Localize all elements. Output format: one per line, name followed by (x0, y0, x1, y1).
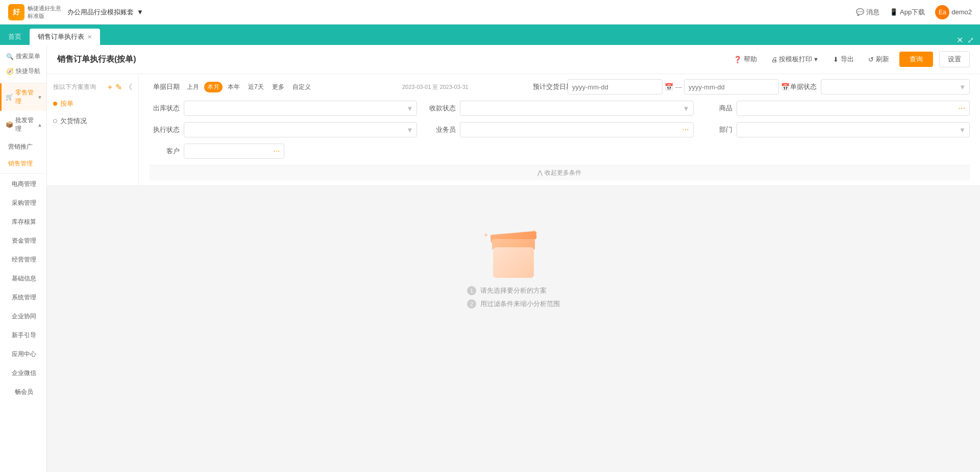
shortcut-custom[interactable]: 自定义 (289, 82, 314, 92)
shortcut-more[interactable]: 更多 (269, 82, 287, 92)
exec-status-select[interactable] (184, 122, 417, 137)
tab-home[interactable]: 首页 (0, 29, 30, 45)
sidebar-item-ecommerce[interactable]: 电商管理 (0, 175, 46, 194)
help-button[interactable]: ❓ 帮助 (729, 53, 761, 66)
filter-panel: 按以下方案查询 + ✎ 《 按单 欠货情况 (47, 74, 980, 186)
sidebar-item-retail[interactable]: 🛒 零售管理 ▼ (0, 83, 46, 111)
message-button[interactable]: 💬 消息 (856, 8, 879, 17)
sidebar-item-finance[interactable]: 资金管理 (0, 231, 46, 250)
print-dropdown-icon[interactable]: ▼ (813, 56, 819, 62)
export-button[interactable]: ⬇ 导出 (829, 53, 858, 66)
filter-fields: 单据日期 上月 本月 本年 近7天 更多 自定义 2023-03-01 至 20… (139, 74, 980, 185)
page-title: 销售订单执行表(按单) (57, 54, 136, 65)
sidebar-item-system[interactable]: 系统管理 (0, 288, 46, 307)
scheme-item-欠货情况[interactable]: 欠货情况 (47, 112, 138, 130)
logo-text: 畅捷通好生意 标准版 (28, 5, 61, 19)
customer-picker-icon[interactable]: ··· (273, 147, 280, 155)
product-picker-icon[interactable]: ··· (959, 104, 965, 112)
sidebar-search-label: 搜索菜单 (16, 52, 40, 61)
step-num-1: 1 (467, 286, 476, 295)
sidebar-subitem-sales[interactable]: 销售管理 (0, 155, 46, 172)
reset-button[interactable]: 设置 (939, 51, 970, 67)
expected-delivery-label: 预计交货日期 (533, 82, 564, 91)
expected-delivery-end[interactable] (684, 79, 779, 95)
scheme-add-icon[interactable]: + (108, 83, 112, 92)
date-shortcuts: 上月 本月 本年 近7天 更多 自定义 (184, 82, 314, 92)
filter-row-3: 执行状态 ▼ 业务员 ··· (149, 122, 970, 137)
print-button[interactable]: 🖨 按模板打印 ▼ (767, 53, 823, 66)
delivery-status-select[interactable] (184, 101, 417, 116)
filter-scheme-title: 按以下方案查询 + ✎ 《 (47, 79, 138, 95)
empty-step-2: 2 用过滤条件来缩小分析范围 (467, 299, 560, 309)
shortcut-last7[interactable]: 近7天 (245, 82, 267, 92)
inventory-label: 库存核算 (12, 218, 36, 226)
purchase-label: 采购管理 (12, 199, 36, 207)
empty-step1-label: 请先选择要分析的方案 (480, 286, 547, 295)
expected-delivery-range: 📅 — 📅 (568, 79, 790, 95)
shortcut-this-month[interactable]: 本月 (204, 82, 223, 92)
sidebar-item-corp-wechat[interactable]: 企业微信 (0, 364, 46, 383)
scheme-collapse-icon[interactable]: 《 (125, 83, 132, 92)
dept-select[interactable] (737, 122, 970, 137)
status-select[interactable] (821, 79, 970, 95)
filter-item-expected-delivery: 预计交货日期 📅 — 📅 (533, 79, 778, 95)
empty-illustration: ✦ ✦ · (483, 227, 544, 278)
expected-delivery-start[interactable] (568, 79, 663, 95)
tab-close-icon[interactable]: ✕ (87, 34, 92, 40)
salesman-label: 业务员 (425, 125, 456, 134)
sidebar-item-operation[interactable]: 经营管理 (0, 250, 46, 269)
filter-item-salesman: 业务员 ··· (425, 122, 693, 137)
search-icon: 🔍 (6, 53, 14, 60)
sidebar-item-inventory[interactable]: 库存核算 (0, 213, 46, 231)
corp-wechat-label: 企业微信 (12, 369, 36, 377)
main-layout: 🔍 搜索菜单 🧭 快捷导航 🛒 零售管理 ▼ 📦 批发管理 ▲ 营销推广 销售管… (0, 45, 980, 472)
nav-title-area: 办公用品行业模拟账套 ▼ (67, 8, 143, 17)
user-area[interactable]: Ea demo2 (935, 5, 972, 19)
top-header: 好 畅捷通好生意 标准版 办公用品行业模拟账套 ▼ 💬 消息 📱 App下载 E… (0, 0, 980, 25)
calendar-start-icon[interactable]: 📅 (665, 83, 673, 91)
help-icon: ❓ (733, 56, 742, 63)
product-label: 商品 (702, 104, 732, 113)
shortcut-last-month[interactable]: 上月 (184, 82, 202, 92)
box-body (493, 247, 534, 278)
step-num-2: 2 (467, 299, 476, 309)
query-button[interactable]: 查询 (899, 52, 933, 67)
filter-row-4: 客户 ··· (149, 144, 970, 159)
filter-item-date: 单据日期 上月 本月 本年 近7天 更多 自定义 (149, 82, 394, 92)
date-range-text: 2023-03-01 至 2023-03-31 (402, 83, 525, 91)
sidebar-item-member[interactable]: 畅会员 (0, 383, 46, 402)
sidebar-wholesale-label: 批发管理 (15, 116, 35, 133)
sidebar-item-enterprise[interactable]: 企业协同 (0, 307, 46, 326)
sidebar-item-onboarding[interactable]: 新手引导 (0, 326, 46, 345)
status-select-wrapper: ▼ (821, 79, 970, 95)
sidebar-subitem-marketing[interactable]: 营销推广 (0, 138, 46, 155)
collapse-bar[interactable]: ⋀ 收起更多条件 (149, 165, 970, 180)
salesman-picker-icon[interactable]: ··· (682, 126, 689, 134)
sidebar-top: 🔍 搜索菜单 🧭 快捷导航 (0, 45, 46, 83)
app-download-button[interactable]: 📱 App下载 (890, 8, 925, 17)
tab-sales-order-label: 销售订单执行表 (38, 32, 84, 41)
shortcut-this-year[interactable]: 本年 (225, 82, 243, 92)
sidebar-item-basic[interactable]: 基础信息 (0, 269, 46, 288)
tab-close-all-icon[interactable]: ✕ (957, 35, 963, 45)
sidebar-divider-1 (0, 173, 46, 174)
empty-step2-label: 用过滤条件来缩小分析范围 (480, 299, 560, 309)
tab-sales-order-exec[interactable]: 销售订单执行表 ✕ (30, 29, 100, 45)
nav-dropdown-icon[interactable]: ▼ (137, 8, 143, 16)
app-logo-icon: 好 (8, 4, 24, 20)
scheme-edit-icon[interactable]: ✎ (115, 82, 122, 92)
sidebar-nav-button[interactable]: 🧭 快捷导航 (2, 64, 44, 79)
sidebar-item-appstore[interactable]: 应用中心 (0, 345, 46, 364)
refresh-button[interactable]: ↺ 刷新 (864, 53, 893, 66)
app-download-icon: 📱 (890, 8, 898, 16)
date-label: 单据日期 (149, 82, 180, 91)
sidebar-item-purchase[interactable]: 采购管理 (0, 194, 46, 213)
sidebar-item-wholesale[interactable]: 📦 批发管理 ▲ (0, 111, 46, 138)
scheme-item-按单[interactable]: 按单 (47, 95, 138, 112)
tab-expand-icon[interactable]: ⤢ (967, 35, 974, 45)
sidebar-search-button[interactable]: 🔍 搜索菜单 (2, 49, 44, 64)
delivery-status-wrapper: ▼ (184, 101, 417, 116)
box-spark1-deco: ✦ (483, 231, 489, 239)
header-left: 好 畅捷通好生意 标准版 办公用品行业模拟账套 ▼ (8, 4, 143, 20)
collection-status-select[interactable] (460, 101, 693, 116)
